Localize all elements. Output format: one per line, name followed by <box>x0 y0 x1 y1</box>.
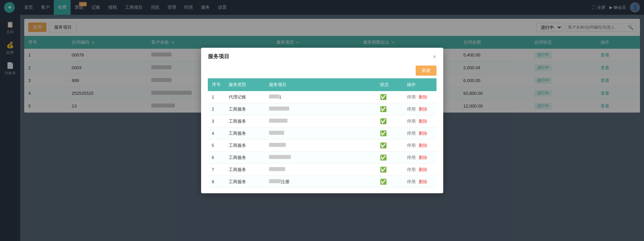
dialog-table-row: 2 工商服务 ✅ 停用 删除 <box>208 103 437 115</box>
dialog-toolbar: 新建 <box>201 63 443 78</box>
service-item-dialog: 服务项目 × 新建 序号 服务类型 服务项目 状态 <box>201 48 443 193</box>
status-check-icon: ✅ <box>380 179 387 185</box>
dialog-cell-status: ✅ <box>376 115 403 127</box>
dialog-cell-action: 停用 删除 <box>403 115 437 127</box>
dialog-cell-item: 注册 <box>265 176 376 188</box>
dialog-cell-status: ✅ <box>376 152 403 164</box>
status-check-icon: ✅ <box>380 143 387 148</box>
dialog-cell-action: 停用 删除 <box>403 152 437 164</box>
layout: 📋 合同 💰 收费 📄 对账单 新增 服务项目 进行中 已完成 已暂停 <box>0 15 644 241</box>
dialog-cell-action: 停用 删除 <box>403 91 437 103</box>
dialog-cell-seq: 4 <box>208 127 225 139</box>
status-check-icon: ✅ <box>380 155 387 160</box>
dialog-cell-type: 工商服务 <box>225 127 265 139</box>
dialog-cell-seq: 7 <box>208 164 225 176</box>
dialog-table-row: 7 工商服务 ✅ 停用 删除 <box>208 164 437 176</box>
status-check-icon: ✅ <box>380 94 387 100</box>
stop-button[interactable]: 停用 <box>407 155 416 161</box>
main-content: 新增 服务项目 进行中 已完成 已暂停 🔍 <box>20 15 644 241</box>
dialog-col-type: 服务类型 <box>225 78 265 91</box>
stop-button[interactable]: 停用 <box>407 118 416 124</box>
dialog-cell-item <box>265 115 376 127</box>
dialog-table-row: 1 代理记账 1 ✅ 停用 删除 <box>208 91 437 103</box>
dialog-cell-seq: 5 <box>208 139 225 152</box>
dialog-cell-action: 停用 删除 <box>403 127 437 139</box>
dialog-cell-status: ✅ <box>376 127 403 139</box>
dialog-cell-status: ✅ <box>376 139 403 152</box>
status-check-icon: ✅ <box>380 118 387 124</box>
dialog-cell-action: 停用 删除 <box>403 139 437 152</box>
status-check-icon: ✅ <box>380 130 387 136</box>
dialog-table: 序号 服务类型 服务项目 状态 操作 1 代理记账 <box>208 78 437 188</box>
dialog-col-item: 服务项目 <box>265 78 376 91</box>
dialog-cell-action: 停用 删除 <box>403 164 437 176</box>
dialog-table-row: 8 工商服务 注册 ✅ 停用 删除 <box>208 176 437 188</box>
status-check-icon: ✅ <box>380 167 387 172</box>
stop-button[interactable]: 停用 <box>407 179 416 185</box>
modal-overlay: 服务项目 × 新建 序号 服务类型 服务项目 状态 <box>20 15 644 241</box>
dialog-header: 服务项目 × <box>201 48 443 63</box>
delete-button[interactable]: 删除 <box>419 94 427 100</box>
dialog-cell-type: 工商服务 <box>225 152 265 164</box>
dialog-cell-item <box>265 139 376 152</box>
dialog-cell-type: 工商服务 <box>225 176 265 188</box>
stop-button[interactable]: 停用 <box>407 143 416 149</box>
dialog-col-status: 状态 <box>376 78 403 91</box>
dialog-cell-type: 工商服务 <box>225 164 265 176</box>
dialog-new-button[interactable]: 新建 <box>416 66 437 76</box>
delete-button[interactable]: 删除 <box>419 106 427 112</box>
dialog-cell-seq: 3 <box>208 115 225 127</box>
delete-button[interactable]: 删除 <box>419 130 427 136</box>
stop-button[interactable]: 停用 <box>407 130 416 136</box>
dialog-cell-item <box>265 164 376 176</box>
dialog-cell-type: 工商服务 <box>225 115 265 127</box>
dialog-cell-status: ✅ <box>376 103 403 115</box>
dialog-cell-type: 工商服务 <box>225 103 265 115</box>
dialog-cell-action: 停用 删除 <box>403 176 437 188</box>
dialog-table-row: 6 工商服务 ✅ 停用 删除 <box>208 152 437 164</box>
dialog-col-seq: 序号 <box>208 78 225 91</box>
dialog-cell-type: 代理记账 <box>225 91 265 103</box>
dialog-body: 序号 服务类型 服务项目 状态 操作 1 代理记账 <box>201 78 443 193</box>
dialog-cell-seq: 8 <box>208 176 225 188</box>
dialog-cell-status: ✅ <box>376 91 403 103</box>
stop-button[interactable]: 停用 <box>407 106 416 112</box>
dialog-col-action: 操作 <box>403 78 437 91</box>
dialog-cell-item: 1 <box>265 91 376 103</box>
status-check-icon: ✅ <box>380 106 387 112</box>
dialog-cell-action: 停用 删除 <box>403 103 437 115</box>
dialog-cell-seq: 6 <box>208 152 225 164</box>
dialog-close-button[interactable]: × <box>433 54 437 60</box>
delete-button[interactable]: 删除 <box>419 179 427 185</box>
stop-button[interactable]: 停用 <box>407 94 416 100</box>
delete-button[interactable]: 删除 <box>419 118 427 124</box>
dialog-cell-type: 工商服务 <box>225 139 265 152</box>
dialog-cell-item <box>265 127 376 139</box>
dialog-table-row: 3 工商服务 ✅ 停用 删除 <box>208 115 437 127</box>
dialog-cell-item <box>265 103 376 115</box>
dialog-cell-seq: 1 <box>208 91 225 103</box>
delete-button[interactable]: 删除 <box>419 155 427 161</box>
dialog-cell-item <box>265 152 376 164</box>
dialog-title: 服务项目 <box>208 53 229 60</box>
dialog-table-row: 4 工商服务 ✅ 停用 删除 <box>208 127 437 139</box>
dialog-cell-status: ✅ <box>376 164 403 176</box>
dialog-cell-seq: 2 <box>208 103 225 115</box>
dialog-table-row: 5 工商服务 ✅ 停用 删除 <box>208 139 437 152</box>
delete-button[interactable]: 删除 <box>419 167 427 173</box>
delete-button[interactable]: 删除 <box>419 143 427 149</box>
stop-button[interactable]: 停用 <box>407 167 416 173</box>
dialog-cell-status: ✅ <box>376 176 403 188</box>
